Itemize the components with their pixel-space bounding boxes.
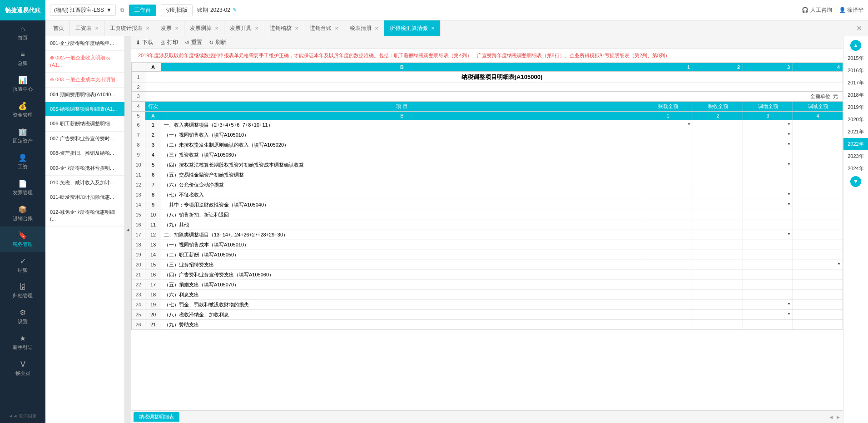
row-v1-cell[interactable] [643,310,693,320]
row-v4-cell[interactable] [793,290,843,300]
form-item-001[interactable]: 001-企业所得税年度纳税申... [45,36,124,51]
sidebar-item-newguide[interactable]: ★ 新手引导 [0,330,45,355]
row-v3-cell[interactable] [743,170,793,180]
row-v3-cell[interactable] [743,240,793,250]
copy-icon[interactable]: ⧉ [120,7,124,13]
row-v1-cell[interactable] [643,140,693,150]
sidebar-item-tax[interactable]: 🔖 税务管理 [0,226,45,252]
year-2019[interactable]: 2019年 [843,101,868,113]
tab-close-icon[interactable]: ✕ [146,26,149,31]
row-v2-cell[interactable] [693,140,743,150]
row-label-cell[interactable]: （九）其他 [161,220,643,230]
service-button[interactable]: 🎧 人工咨询 [802,6,832,14]
row-label-cell[interactable]: （四）按权益法核算长期股权投资对初始投资成本调整确认收益 [161,160,643,170]
tab-income-tax[interactable]: 所得税汇算清缴 ✕ [384,20,441,36]
row-label-cell[interactable]: （五）交易性金融资产初始投资调整 [161,170,643,180]
row-v4-cell[interactable] [793,300,843,310]
refresh-button[interactable]: ↻ 刷新 [209,39,226,46]
form-item-008[interactable]: 008-资产折旧、摊销及纳税... [45,146,124,161]
row-v1-cell[interactable] [643,190,693,200]
row-label-cell[interactable]: （五）捐赠支出（填写A105070） [161,280,643,290]
row-v2-cell[interactable] [693,280,743,290]
tab-payroll-stats[interactable]: 工资统计报表 ✕ [104,20,155,36]
row-v1-cell[interactable] [643,240,693,250]
row-label-cell[interactable]: 一、收入类调整项目（2+3+4+5+6+7+8+10+11） [161,120,643,130]
row-label-cell[interactable]: （九）赞助支出 [161,320,643,330]
row-v3-cell[interactable] [743,210,793,220]
row-v4-cell[interactable] [793,240,843,250]
row-v3-cell[interactable] [743,280,793,290]
row-v2-cell[interactable] [693,270,743,280]
tab-close-icon[interactable]: ✕ [175,26,179,31]
row-v2-cell[interactable] [693,180,743,190]
workspace-button[interactable]: 工作台 [129,5,156,16]
row-v3-cell[interactable] [743,180,793,190]
row-label-cell[interactable]: （七）不征税收入 [161,190,643,200]
year-2018[interactable]: 2018年 [843,89,868,101]
user-avatar[interactable]: 👤 徐泽华 [839,6,863,14]
row-v3-cell[interactable]: * [743,230,793,240]
row-v3-cell[interactable] [743,220,793,230]
year-nav-up[interactable]: ▲ [850,40,861,51]
row-v3-cell[interactable] [743,290,793,300]
row-v1-cell[interactable] [643,300,693,310]
row-v4-cell[interactable] [793,120,843,130]
form-item-004[interactable]: 004-期间费用明细表(A1040... [45,88,124,102]
tab-close-icon[interactable]: ✕ [375,26,378,31]
row-v3-cell[interactable] [743,150,793,160]
year-2023[interactable]: 2023年 [843,150,868,162]
row-v4-cell[interactable] [793,310,843,320]
row-label-cell[interactable]: （六）公允价值变动净损益 [161,180,643,190]
tab-close-icon[interactable]: ✕ [295,26,298,31]
tab-close-icon[interactable]: ✕ [431,26,435,31]
sidebar-item-home[interactable]: ⌂ 首页 [0,20,45,46]
row-v2-cell[interactable] [693,260,743,270]
tab-sales-check[interactable]: 进销稽核 ✕ [264,20,304,36]
row-v4-cell[interactable] [793,150,843,160]
row-v4-cell[interactable] [793,320,843,330]
row-v1-cell[interactable] [643,210,693,220]
row-label-cell[interactable]: 其中：专项用途财政性资金（填写A105040） [161,200,643,210]
row-v1-cell[interactable] [643,150,693,160]
row-v4-cell[interactable] [793,160,843,170]
row-v3-cell[interactable] [743,260,793,270]
tab-invoice[interactable]: 发票 ✕ [155,20,184,36]
print-button[interactable]: 🖨 打印 [160,39,178,46]
year-2015[interactable]: 2015年 [843,52,868,64]
row-v4-cell[interactable] [793,270,843,280]
form-item-009[interactable]: 009-企业所得税抵补亏损明... [45,161,124,176]
row-v3-cell[interactable]: * [743,200,793,210]
tab-tax-list[interactable]: 税表清册 ✕ [344,20,384,36]
row-v3-cell[interactable] [743,270,793,280]
row-v4-cell[interactable] [793,130,843,140]
row-v1-cell[interactable] [643,280,693,290]
row-v1-cell[interactable] [643,230,693,240]
table-container[interactable]: A B 1 2 3 4 1 纳税调整项目明细表(A1 [131,63,843,411]
sidebar-item-settle[interactable]: ✓ 结账 [0,252,45,278]
tab-invoice-open[interactable]: 发票开具 ✕ [224,20,264,36]
row-v3-cell[interactable]: * [743,310,793,320]
row-label-cell[interactable]: （一）视同销售收入（填写A105010） [161,130,643,140]
row-v2-cell[interactable] [693,200,743,210]
row-v1-cell[interactable] [643,180,693,190]
reset-button[interactable]: ↺ 重置 [185,39,202,46]
row-v1-cell[interactable] [643,250,693,260]
row-label-cell[interactable]: （六）利息支出 [161,290,643,300]
tab-close-icon[interactable]: ✕ [335,26,338,31]
row-v3-cell[interactable]: * [743,160,793,170]
row-v1-cell[interactable] [643,200,693,210]
row-label-cell[interactable]: 二、扣除类调整项目（13+14+...24+26+27+28+29+30） [161,230,643,240]
sidebar-item-fixed[interactable]: 🏢 固定资产 [0,123,45,149]
row-v2-cell[interactable] [693,150,743,160]
tab-bar-close[interactable]: ✕ [853,24,866,33]
row-label-cell[interactable]: （八）税收滞纳金、加收利息 [161,310,643,320]
row-v3-cell[interactable] [743,320,793,330]
row-v4-cell[interactable] [793,190,843,200]
row-v2-cell[interactable] [693,170,743,180]
row-v1-cell[interactable] [643,160,693,170]
row-v2-cell[interactable] [693,220,743,230]
sidebar-item-vip[interactable]: Ⅴ 畅会员 [0,355,45,381]
row-v3-cell[interactable] [743,250,793,260]
form-item-006[interactable]: 006-职工薪酬纳税调整明细... [45,117,124,131]
bottom-sheet-tab[interactable]: 纳税调整明细表 [134,412,179,422]
